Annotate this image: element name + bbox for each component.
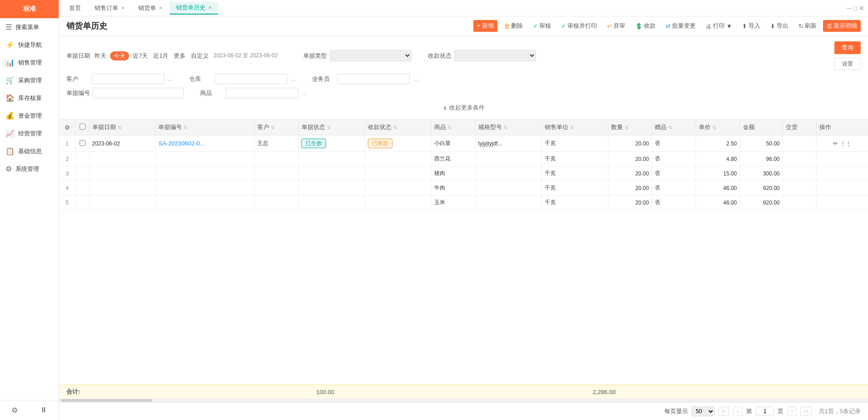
first-page-button[interactable]: |< <box>718 407 729 416</box>
cell-qty: 20.00 <box>608 152 652 166</box>
table-header-row: ⚙ 单据日期 ⇅ 单据编号 <box>59 120 868 135</box>
review-print-button[interactable]: ✓ 审核并打印 <box>557 20 601 32</box>
prev-page-button[interactable]: < <box>733 407 743 416</box>
window-minimize-icon[interactable]: ─ <box>847 5 852 12</box>
per-page-select[interactable]: 50 10 20 100 <box>692 406 715 416</box>
sidebar-logo: 标准 <box>0 0 59 18</box>
show-detail-button[interactable]: ☰ 显示明细 <box>823 20 861 32</box>
window-maximize-icon[interactable]: □ <box>853 5 857 12</box>
tab-sales-order-close[interactable]: ✕ <box>121 5 125 10</box>
tab-sales-order[interactable]: 销售订单 ✕ <box>88 2 131 15</box>
collect-button[interactable]: 💲 收款 <box>632 20 659 32</box>
sort-doc-date[interactable]: 单据日期 ⇅ <box>92 123 121 131</box>
filter-settings-button[interactable]: 设置 <box>834 58 861 70</box>
doc-no-link[interactable]: SA-20230602-0... <box>158 140 205 147</box>
sort-doc-status[interactable]: 单据状态 ⇅ <box>301 123 331 131</box>
sidebar-pause-icon[interactable]: ⏸ <box>40 406 47 415</box>
tab-sales-goods[interactable]: 销货单 ✕ <box>132 2 169 15</box>
export-button[interactable]: ⬇ 导出 <box>767 20 792 32</box>
abandon-button[interactable]: ↩ 弃审 <box>603 20 629 32</box>
window-close-icon[interactable]: ✕ <box>859 5 864 12</box>
tab-sales-goods-label: 销货单 <box>138 4 156 12</box>
shortcut-1month[interactable]: 近1月 <box>151 51 170 60</box>
cell-checkbox[interactable] <box>75 152 89 166</box>
sort-price[interactable]: 单价 ⇅ <box>699 123 716 131</box>
shortcut-custom[interactable]: 自定义 <box>189 51 211 60</box>
tab-home[interactable]: 首页 <box>63 2 87 15</box>
col-qty: 数量 ⇅ <box>608 120 652 135</box>
customer-input[interactable] <box>92 74 165 84</box>
cell-row-num: 2 <box>59 152 75 166</box>
sidebar-item-ops-mgmt[interactable]: 📈 经营管理 <box>0 125 59 142</box>
goods-more-icon[interactable]: ... <box>302 90 306 96</box>
tab-sales-goods-close[interactable]: ✕ <box>159 5 162 10</box>
collapse-button[interactable]: ∧ 收起更多条件 <box>66 102 861 114</box>
table-row: 4牛肉千克20.00否46.00920.00 <box>59 181 868 195</box>
sidebar-item-purchase-mgmt[interactable]: 🛒 采购管理 <box>0 71 59 89</box>
shortcut-today[interactable]: 今天 <box>110 51 129 60</box>
review-print-icon: ✓ <box>561 23 566 30</box>
sort-spec[interactable]: 规格型号 ⇅ <box>478 123 507 131</box>
gear-icon[interactable]: ⚙ <box>65 124 70 131</box>
row-checkbox[interactable] <box>80 140 85 146</box>
warehouse-input[interactable] <box>215 74 287 84</box>
sidebar-settings-icon[interactable]: ⚙ <box>11 406 18 415</box>
business-more-icon[interactable]: ... <box>414 76 418 82</box>
sort-customer-icon: ⇅ <box>271 125 275 130</box>
select-all-checkbox[interactable] <box>80 124 85 130</box>
delete-button[interactable]: 🗑 删除 <box>500 20 527 32</box>
last-page-button[interactable]: >| <box>800 407 811 416</box>
doc-type-select[interactable] <box>330 50 411 61</box>
cell-checkbox[interactable] <box>75 135 89 152</box>
page-number-input[interactable] <box>756 407 774 416</box>
cell-checkbox[interactable] <box>75 195 89 210</box>
col-pay-status: 收款状态 ⇅ <box>365 120 431 135</box>
tab-sales-goods-history[interactable]: 销货单历史 ✕ <box>170 2 218 15</box>
import-button[interactable]: ⬆ 导入 <box>738 20 764 32</box>
sidebar-item-base-info[interactable]: 📋 基础信息 <box>0 142 59 160</box>
sort-goods[interactable]: 商品 ⇅ <box>434 123 452 131</box>
sort-pay-status[interactable]: 收款状态 ⇅ <box>368 123 397 131</box>
next-page-button[interactable]: > <box>787 407 797 416</box>
refresh-button[interactable]: ↻ 刷新 <box>795 20 820 32</box>
more-action-icon[interactable]: ⋮⋮ <box>840 140 852 147</box>
col-gear[interactable]: ⚙ <box>59 120 75 135</box>
cell-checkbox[interactable] <box>75 166 89 181</box>
print-button[interactable]: 🖨 打印 ▼ <box>702 20 736 32</box>
shortcut-yesterday[interactable]: 昨天 <box>93 51 108 60</box>
tab-sales-goods-history-close[interactable]: ✕ <box>208 5 212 10</box>
sidebar-item-sales-mgmt[interactable]: 📊 销售管理 <box>0 54 59 71</box>
shortcut-more[interactable]: 更多 <box>172 51 187 60</box>
sidebar-item-finance-mgmt[interactable]: 💰 资金管理 <box>0 107 59 125</box>
sort-gift[interactable]: 赠品 ⇅ <box>655 123 672 131</box>
business-input[interactable] <box>337 74 410 84</box>
sort-qty[interactable]: 数量 ⇅ <box>611 123 628 131</box>
new-button[interactable]: + 新增 <box>473 20 497 32</box>
batch-change-button[interactable]: ⇄ 批量变更 <box>662 20 699 32</box>
query-button[interactable]: 查询 <box>834 41 861 54</box>
col-checkbox[interactable] <box>75 120 89 135</box>
cell-doc-date <box>89 181 156 195</box>
warehouse-more-icon[interactable]: ... <box>291 76 296 82</box>
review-button[interactable]: ✓ 审核 <box>529 20 555 32</box>
payment-status-select[interactable] <box>454 50 536 61</box>
doc-no-input[interactable] <box>93 88 184 98</box>
sidebar-item-quick-nav[interactable]: ⚡ 快捷导航 <box>0 36 59 54</box>
sidebar-item-sys-mgmt[interactable]: ⚙ 系统管理 <box>0 160 59 178</box>
cell-gift: 否 <box>652 181 696 195</box>
purchase-icon: 🛒 <box>5 76 15 85</box>
horizontal-scrollbar[interactable] <box>59 399 868 402</box>
cell-checkbox[interactable] <box>75 181 89 195</box>
cell-amount: 920.00 <box>740 195 783 210</box>
edit-action-icon[interactable]: ✏ <box>833 140 838 147</box>
shortcut-7days[interactable]: 近7天 <box>131 51 150 60</box>
scrollbar-thumb[interactable] <box>61 399 152 402</box>
sidebar-item-search-menu[interactable]: ☰ 搜索菜单 <box>0 18 59 36</box>
sort-unit[interactable]: 销售单位 ⇅ <box>545 123 574 131</box>
cell-pay-status <box>365 195 431 210</box>
sort-doc-no[interactable]: 单据编号 ⇅ <box>158 123 187 131</box>
customer-more-icon[interactable]: ... <box>168 76 173 82</box>
sort-customer[interactable]: 客户 ⇅ <box>257 123 275 131</box>
goods-input[interactable] <box>226 88 298 98</box>
sidebar-item-inventory-calc[interactable]: 🏠 库存核算 <box>0 89 59 107</box>
